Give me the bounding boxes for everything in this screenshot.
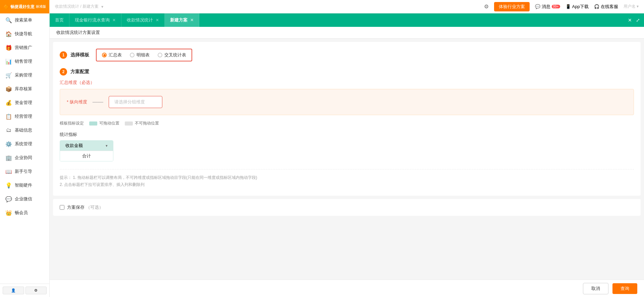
- footer-bar: 取消 查询: [50, 280, 644, 297]
- dimension-arrow: ——: [93, 99, 103, 105]
- tab-bar-right: ✕ ⤢: [624, 13, 644, 27]
- sidebar-item-quick-nav[interactable]: 🏠 快捷导航: [0, 27, 49, 41]
- support-area[interactable]: 🎧 在线客服: [594, 4, 618, 10]
- sidebar-item-smart-hw[interactable]: 💡 智能硬件: [0, 179, 49, 192]
- basic-info-icon: 🗂: [5, 127, 12, 134]
- tab-receipt-stats-close[interactable]: ✕: [156, 18, 159, 22]
- metrics-section-label: 统计指标: [60, 132, 634, 138]
- page-title: 收款情况统计方案设置: [56, 30, 100, 35]
- sidebar-item-wechat[interactable]: 💬 企业微信: [0, 192, 49, 206]
- metrics-grid-header[interactable]: 收款金额 ▾: [60, 141, 113, 151]
- template-radio-group: 汇总表 明细表 交叉统计表: [96, 49, 192, 61]
- maximize-icon[interactable]: ⤢: [636, 17, 640, 23]
- enterprise-icon: 🏢: [5, 154, 12, 161]
- tab-cashflow-close[interactable]: ✕: [112, 18, 116, 22]
- sidebar-item-guide[interactable]: 📖 新手引导: [0, 165, 49, 179]
- sidebar-item-operations[interactable]: 📋 经营管理: [0, 110, 49, 123]
- sidebar-item-label: 系统管理: [15, 141, 32, 147]
- metrics-header-label: 收款金额: [65, 143, 83, 149]
- save-section: 方案保存 （可选）: [53, 199, 641, 216]
- sidebar-item-search-menu[interactable]: 🔍 搜索菜单: [0, 13, 49, 27]
- radio-cross[interactable]: 交叉统计表: [158, 52, 186, 58]
- close-window-icon[interactable]: ✕: [628, 17, 632, 23]
- step1-badge: 1: [60, 51, 67, 59]
- save-label-text: 方案保存: [67, 205, 85, 210]
- sidebar-item-label: 智能硬件: [15, 182, 32, 188]
- tab-new-plan-close[interactable]: ✕: [190, 18, 194, 22]
- tab-receipt-stats-label: 收款情况统计: [127, 17, 153, 23]
- sidebar-item-system[interactable]: ⚙️ 系统管理: [0, 137, 49, 151]
- dimension-input[interactable]: 请选择分组维度: [109, 96, 162, 108]
- support-icon: 🎧: [594, 4, 599, 9]
- chevron-down-icon: ▾: [101, 4, 103, 9]
- sidebar-item-inventory[interactable]: 📦 库存核算: [0, 82, 49, 96]
- sidebar-item-label: 企业协同: [15, 155, 32, 161]
- radio-summary-circle: [102, 53, 107, 57]
- save-label: 方案保存 （可选）: [67, 204, 103, 210]
- sidebar-item-label: 销售管理: [15, 58, 32, 64]
- logo-icon: 🔶: [3, 4, 9, 9]
- sidebar-item-sales[interactable]: 📊 销售管理: [0, 55, 49, 68]
- app-name: 畅捷通好生意: [10, 4, 35, 10]
- save-checkbox[interactable]: [60, 205, 64, 210]
- sidebar-item-member[interactable]: 👑 畅会员: [0, 206, 49, 220]
- inventory-icon: 📦: [5, 86, 12, 92]
- sidebar-item-label: 采购管理: [15, 72, 32, 78]
- system-icon: ⚙️: [5, 141, 12, 147]
- gear-icon[interactable]: ⚙: [484, 3, 489, 10]
- dimension-area: 纵向维度 —— 请选择分组维度: [60, 89, 634, 115]
- legend-fixed: 不可拖动位置: [125, 120, 159, 126]
- chevron-down-icon: ▾: [106, 144, 108, 148]
- radio-detail-circle: [130, 53, 135, 57]
- tab-bar: 首页 现金银行流水查询 ✕ 收款情况统计 ✕ 新建方案 ✕ ✕ ⤢: [50, 13, 644, 27]
- sidebar-item-purchase[interactable]: 🛒 采购管理: [0, 68, 49, 82]
- sidebar-item-label: 营销推广: [15, 45, 32, 51]
- legend-draggable-label: 可拖动位置: [99, 120, 119, 126]
- step2-row: 2 方案配置: [60, 68, 634, 76]
- sidebar-btn1[interactable]: 👤: [3, 287, 24, 294]
- tab-new-plan[interactable]: 新建方案 ✕: [165, 13, 199, 27]
- step1-label: 选择模板: [70, 52, 89, 58]
- tip1: 提示： 1. 拖动标题栏可以调整布局，不可跨维度或指标区域拖动目字段(只能在同一…: [60, 175, 634, 181]
- tip2: 2. 点击标题栏下拉可设置排序、插入列和删除列: [60, 182, 634, 188]
- sidebar-item-basic-info[interactable]: 🗂 基础信息: [0, 123, 49, 137]
- legend-fixed-box: [125, 121, 133, 126]
- tab-home[interactable]: 首页: [50, 13, 69, 27]
- content-area: 收款情况统计方案设置 1 选择模板 汇总表 明细表: [50, 27, 644, 280]
- radio-summary[interactable]: 汇总表: [102, 52, 122, 58]
- legend-draggable-box: [89, 121, 97, 126]
- purchase-icon: 🛒: [5, 72, 12, 79]
- step2-label: 方案配置: [70, 69, 89, 75]
- sidebar-item-enterprise[interactable]: 🏢 企业协同: [0, 151, 49, 165]
- metrics-cell-total: 合计: [60, 151, 113, 161]
- tab-receipt-stats[interactable]: 收款情况统计 ✕: [121, 13, 165, 27]
- sidebar-item-finance[interactable]: 💰 资金管理: [0, 96, 49, 110]
- sidebar-btn2[interactable]: ⚙: [25, 287, 47, 294]
- query-button[interactable]: 查询: [612, 283, 637, 294]
- download-icon: 📱: [566, 4, 571, 9]
- page-title-bar: 收款情况统计方案设置: [50, 27, 644, 39]
- step2-badge: 2: [60, 68, 67, 76]
- save-optional: （可选）: [86, 205, 103, 210]
- sidebar-item-marketing[interactable]: 🎁 营销推广: [0, 41, 49, 55]
- tab-new-plan-label: 新建方案: [170, 17, 187, 23]
- config-section: 汇总维度（必选） 纵向维度 —— 请选择分组维度 模板指标设定: [60, 80, 634, 188]
- wechat-icon: 💬: [5, 196, 12, 202]
- cancel-button[interactable]: 取消: [583, 283, 608, 294]
- tips-section: 提示： 1. 拖动标题栏可以调整布局，不可跨维度或指标区域拖动目字段(只能在同一…: [60, 169, 634, 188]
- metrics-grid: 收款金额 ▾ 合计: [60, 140, 113, 161]
- user-avatar[interactable]: 用户名 ▾: [624, 4, 639, 9]
- trial-button[interactable]: 体验行业方案: [494, 2, 530, 11]
- sidebar-item-label: 搜索菜单: [15, 17, 32, 23]
- download-label: App下载: [572, 4, 589, 10]
- sidebar-item-label: 新手引导: [15, 168, 32, 175]
- radio-detail-label: 明细表: [137, 52, 150, 58]
- download-area[interactable]: 📱 App下载: [566, 4, 589, 10]
- sidebar-item-label: 经营管理: [15, 113, 32, 119]
- app-edition: 标准版: [36, 4, 46, 9]
- tab-cashflow[interactable]: 现金银行流水查询 ✕: [69, 13, 121, 27]
- radio-detail[interactable]: 明细表: [130, 52, 150, 58]
- app-logo: 🔶 畅捷通好生意 标准版: [0, 0, 49, 13]
- notification-area[interactable]: 💬 消息 99+: [535, 4, 560, 10]
- smart-hw-icon: 💡: [5, 182, 12, 189]
